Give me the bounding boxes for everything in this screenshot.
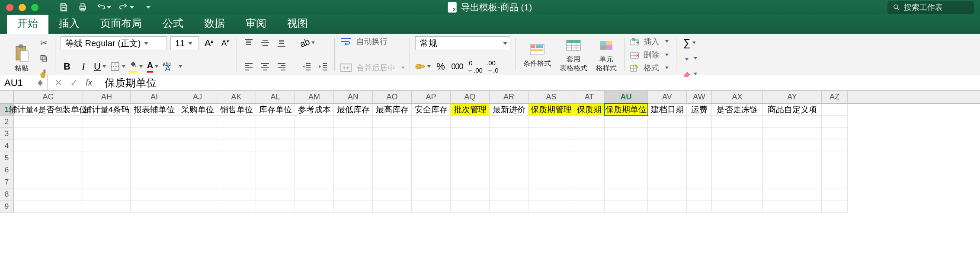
column-header-AI[interactable]: AI [131,91,178,103]
cell[interactable] [83,152,131,164]
autosum-button[interactable]: ∑ [682,36,697,49]
cell[interactable] [528,152,574,164]
undo-button[interactable] [96,2,111,13]
cell[interactable] [217,128,256,140]
cell[interactable] [14,128,83,140]
cell[interactable] [131,128,178,140]
cell[interactable]: 保质期管理 [528,104,574,116]
cell[interactable] [412,164,451,176]
cell[interactable] [373,188,412,200]
cell[interactable] [528,200,574,213]
cell-style-button[interactable]: 单元 格样式 [593,37,619,73]
cell[interactable]: 辅计量4是否包装单位 [14,104,83,116]
cell[interactable]: 商品自定义项 [763,104,822,116]
cell[interactable] [648,116,687,128]
column-header-AG[interactable]: AG [14,91,83,103]
cell[interactable] [605,188,648,200]
cell[interactable] [605,164,648,176]
cell[interactable] [256,116,295,128]
cell[interactable] [490,128,528,140]
cell[interactable] [295,128,334,140]
column-header-AZ[interactable]: AZ [822,91,848,103]
cell[interactable] [83,116,131,128]
cell[interactable] [83,200,131,213]
font-color-button[interactable]: A [146,60,159,73]
cell[interactable] [178,176,217,188]
cell[interactable] [373,152,412,164]
cell[interactable]: 运费 [687,104,712,116]
cell[interactable] [412,116,451,128]
maximize-window-button[interactable] [31,4,38,11]
column-header-AH[interactable]: AH [83,91,131,103]
cell[interactable] [83,164,131,176]
cell[interactable] [412,152,451,164]
cell[interactable] [822,104,848,116]
decrease-decimal-button[interactable]: .00→.0 [486,60,499,73]
paste-button[interactable]: 粘贴 [10,44,34,73]
cell[interactable] [574,116,605,128]
cell[interactable] [574,140,605,152]
cell[interactable] [687,116,712,128]
cell[interactable] [763,164,822,176]
cell[interactable] [131,164,178,176]
cell[interactable] [574,152,605,164]
save-button[interactable] [58,2,69,13]
cell[interactable] [451,176,490,188]
cell[interactable] [528,140,574,152]
cell[interactable] [256,128,295,140]
cell[interactable] [131,176,178,188]
cell[interactable]: 批次管理 [451,104,490,116]
cell[interactable] [687,128,712,140]
cell[interactable] [574,188,605,200]
align-middle-button[interactable] [259,36,272,49]
cell[interactable] [605,200,648,213]
tab-home[interactable]: 开始 [7,13,48,34]
cell[interactable] [217,116,256,128]
cell[interactable] [217,152,256,164]
cell[interactable] [412,140,451,152]
cell[interactable] [822,200,848,213]
align-bottom-button[interactable] [275,36,288,49]
cell[interactable] [763,188,822,200]
cell[interactable] [178,164,217,176]
select-all-corner[interactable] [0,91,14,103]
cell[interactable] [373,128,412,140]
customize-qat-button[interactable] [142,2,153,13]
wrap-text-button[interactable]: 自动换行 [340,36,405,47]
cell[interactable] [217,176,256,188]
cell[interactable] [528,164,574,176]
column-header-AY[interactable]: AY [763,91,822,103]
cell[interactable] [648,152,687,164]
cell[interactable] [605,128,648,140]
orientation-button[interactable]: ab [300,36,315,49]
cell[interactable] [451,140,490,152]
font-name-combo[interactable]: 等线 Regular (正文) [61,36,167,50]
column-header-AR[interactable]: AR [490,91,528,103]
cell[interactable] [687,164,712,176]
redo-button[interactable] [119,2,134,13]
cell[interactable] [373,176,412,188]
cell[interactable]: 库存单位 [256,104,295,116]
cell[interactable] [451,152,490,164]
cell[interactable] [256,188,295,200]
cell[interactable] [712,152,763,164]
column-header-AV[interactable]: AV [648,91,687,103]
cell[interactable] [131,116,178,128]
column-header-AW[interactable]: AW [687,91,712,103]
cell[interactable] [334,152,373,164]
column-header-AO[interactable]: AO [373,91,412,103]
cell[interactable] [412,200,451,213]
cell[interactable] [528,128,574,140]
name-box-down[interactable] [38,83,43,86]
cell[interactable] [574,200,605,213]
cell[interactable] [178,200,217,213]
cell[interactable] [490,200,528,213]
column-header-AN[interactable]: AN [334,91,373,103]
column-header-AQ[interactable]: AQ [451,91,490,103]
font-size-combo[interactable]: 11 [170,36,199,50]
cell[interactable] [763,116,822,128]
cell[interactable] [412,176,451,188]
cell[interactable] [763,176,822,188]
cell[interactable] [490,164,528,176]
cell[interactable] [334,116,373,128]
